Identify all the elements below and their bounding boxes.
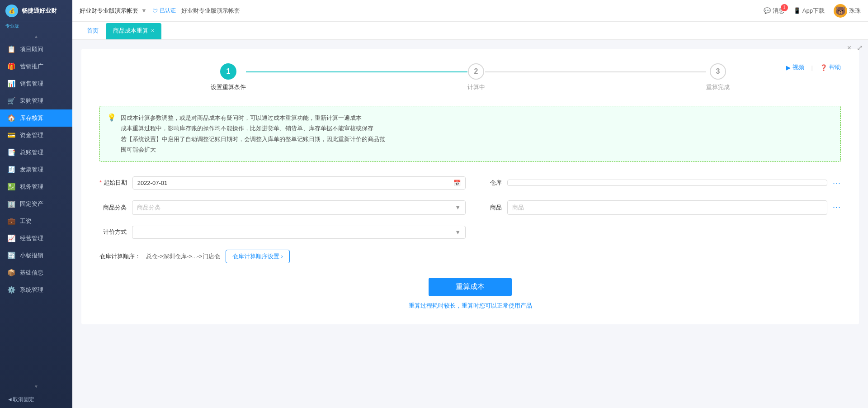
sidebar-item-assets[interactable]: 🏢 固定资产 [0, 195, 72, 213]
step-connector-1 [246, 71, 467, 72]
warehouse-more-btn[interactable]: ··· [833, 178, 841, 188]
expense-icon: 🔄 [7, 251, 15, 260]
video-help-link[interactable]: ▶ 视频 [786, 63, 804, 71]
avatar: 🐻 [834, 4, 847, 18]
sidebar-item-tax[interactable]: 💹 税务管理 [0, 178, 72, 195]
account-name-display: 好业财专业版演示帐套 [80, 7, 138, 15]
project-icon: 📋 [7, 45, 15, 53]
invoice-icon: 🧾 [7, 166, 15, 174]
step-1: 1 设置重算条件 [211, 63, 246, 91]
app-download-button[interactable]: 📱 App下载 [793, 7, 825, 15]
message-icon: 💬 [764, 7, 771, 14]
calendar-icon[interactable]: 📅 [453, 180, 461, 186]
step-3: 3 重算完成 [706, 63, 730, 91]
sidebar-item-finance[interactable]: 💳 资金管理 [0, 127, 72, 144]
sidebar-item-basic[interactable]: 📦 基础信息 [0, 264, 72, 281]
pricing-select[interactable]: ▼ [132, 226, 466, 239]
sidebar-item-marketing[interactable]: 🎁 营销推广 [0, 58, 72, 75]
form-row-3: 计价方式 ▼ [99, 226, 841, 239]
goods-label: 商品 [475, 204, 502, 212]
help-divider: | [811, 64, 813, 71]
app-download-label: App下载 [802, 7, 825, 15]
goods-more-btn[interactable]: ··· [833, 203, 841, 212]
question-icon: ❓ [820, 64, 827, 71]
sidebar-item-purchase[interactable]: 🛒 采购管理 [0, 92, 72, 109]
close-window-icon[interactable]: × [847, 44, 851, 52]
sidebar-item-label: 销售管理 [20, 80, 43, 88]
warehouse-order-row: 仓库计算顺序： 总仓->深圳仓库->...->门店仓 仓库计算顺序设置 › [99, 250, 841, 263]
sidebar-item-system[interactable]: ⚙️ 系统管理 [0, 281, 72, 299]
category-placeholder: 商品分类 [137, 204, 160, 212]
sidebar-item-sales[interactable]: 📊 销售管理 [0, 75, 72, 92]
sidebar-item-salary[interactable]: 💼 工资 [0, 213, 72, 230]
app-edition: 专业版 [0, 22, 72, 32]
category-select[interactable]: 商品分类 ▼ [132, 200, 466, 215]
scroll-down-indicator: ▼ [0, 382, 72, 391]
recalc-hint: 重算过程耗时较长，重算时您可以正常使用产品 [99, 302, 841, 310]
topbar: 好业财专业版演示帐套 ▼ 🛡 已认证 好业财专业版演示帐套 💬 消息 1 📱 A… [72, 0, 868, 22]
sidebar-item-label: 系统管理 [20, 286, 43, 294]
tab-recalc[interactable]: 商品成本重算 × [106, 23, 161, 39]
expand-window-icon[interactable]: ⤢ [857, 43, 863, 52]
form-row-2: 商品分类 商品分类 ▼ 商品 商品 ··· [99, 200, 841, 215]
help-doc-link[interactable]: ❓ 帮助 [820, 63, 841, 71]
basic-icon: 📦 [7, 269, 15, 277]
goods-placeholder: 商品 [512, 204, 822, 212]
steps-bar: 1 设置重算条件 2 计算中 3 重算完成 [211, 63, 730, 91]
cancel-fixed-label: ◄取消固定 [7, 396, 34, 403]
cancel-fixed-button[interactable]: ◄取消固定 [0, 391, 72, 408]
sidebar-item-label: 营销推广 [20, 62, 43, 71]
category-field: 商品分类 商品分类 ▼ [99, 200, 466, 215]
sidebar-item-label: 基础信息 [20, 269, 43, 277]
goods-input[interactable]: 商品 [507, 200, 827, 215]
sidebar-item-inventory[interactable]: 🏠 库存核算 [0, 109, 72, 127]
pricing-field: 计价方式 ▼ [99, 226, 466, 239]
start-date-label: 起始日期 [99, 179, 127, 187]
user-name: 珠珠 [849, 7, 861, 15]
recalc-button[interactable]: 重算成本 [429, 278, 512, 296]
sidebar-item-expense[interactable]: 🔄 小畅报销 [0, 247, 72, 264]
main-card: ▶ 视频 | ❓ 帮助 1 设置重算条件 2 计算中 [81, 49, 859, 324]
sales-icon: 📊 [7, 80, 15, 88]
help-links: ▶ 视频 | ❓ 帮助 [786, 63, 841, 71]
sidebar-item-label: 库存核算 [20, 114, 43, 122]
inventory-icon: 🏠 [7, 114, 15, 122]
recalc-section: 重算成本 重算过程耗时较长，重算时您可以正常使用产品 [99, 278, 841, 310]
verified-account-name: 好业财专业版演示帐套 [181, 7, 240, 15]
phone-icon: 📱 [793, 7, 801, 14]
user-avatar-button[interactable]: 🐻 珠珠 [834, 4, 861, 18]
pricing-label: 计价方式 [99, 228, 127, 236]
start-date-input[interactable]: 2022-07-01 📅 [132, 176, 466, 190]
sidebar-item-project[interactable]: 📋 项目顾问 [0, 41, 72, 58]
message-button[interactable]: 💬 消息 1 [764, 7, 784, 15]
system-icon: ⚙️ [7, 286, 15, 294]
tab-close-icon[interactable]: × [151, 28, 154, 34]
chevron-right-icon: › [281, 253, 283, 260]
verified-badge: 🛡 已认证 [152, 7, 176, 14]
form-row-1: 起始日期 2022-07-01 📅 仓库 ··· [99, 176, 841, 190]
sidebar-item-label: 税务管理 [20, 183, 43, 191]
warehouse-order-settings-button[interactable]: 仓库计算顺序设置 › [226, 250, 290, 263]
sidebar-item-accounting[interactable]: 📑 总账管理 [0, 144, 72, 161]
tab-home[interactable]: 首页 [80, 23, 106, 39]
sidebar-item-operation[interactable]: 📈 经营管理 [0, 230, 72, 247]
warehouse-order-text: 总仓->深圳仓库->...->门店仓 [146, 252, 220, 261]
pricing-dropdown-icon: ▼ [455, 229, 461, 236]
sidebar-item-label: 采购管理 [20, 97, 43, 105]
purchase-icon: 🛒 [7, 97, 15, 105]
finance-icon: 💳 [7, 131, 15, 139]
step-2-circle: 2 [468, 63, 484, 80]
accounting-icon: 📑 [7, 148, 15, 157]
account-selector[interactable]: 好业财专业版演示帐套 ▼ [80, 7, 147, 15]
shield-icon: 🛡 [152, 8, 158, 14]
sidebar-item-invoice[interactable]: 🧾 发票管理 [0, 161, 72, 178]
topbar-right: 💬 消息 1 📱 App下载 🐻 珠珠 [764, 4, 861, 18]
start-date-value: 2022-07-01 [137, 180, 450, 186]
sidebar-item-label: 小畅报销 [20, 251, 43, 260]
step-2: 2 计算中 [467, 63, 485, 91]
bulb-icon: 💡 [107, 113, 116, 155]
video-label: 视频 [793, 63, 804, 71]
sidebar: 💰 畅捷通好业财 专业版 ▲ 📋 项目顾问 🎁 营销推广 📊 销售管理 🛒 采购… [0, 0, 72, 408]
warehouse-input[interactable] [507, 180, 827, 186]
step-1-label: 设置重算条件 [211, 83, 246, 91]
